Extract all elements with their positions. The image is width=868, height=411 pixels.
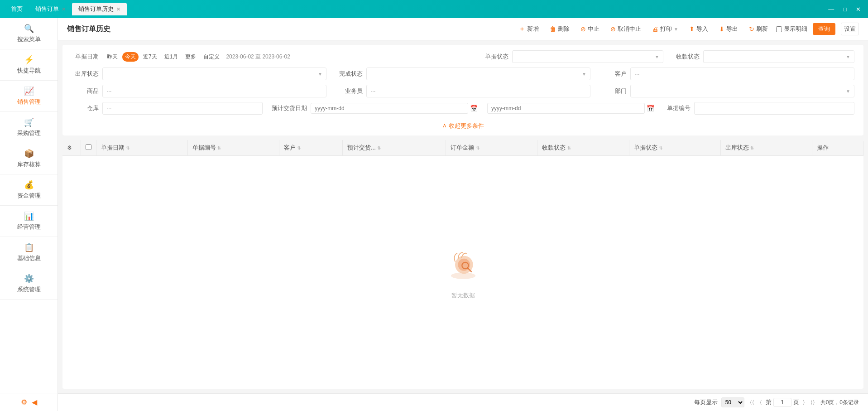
sort-customer-icon: ⇅ bbox=[297, 145, 301, 150]
print-label: 打印 bbox=[660, 25, 672, 33]
first-page-btn[interactable]: ⟨⟨ bbox=[748, 398, 756, 406]
delete-button[interactable]: 🗑 删除 bbox=[547, 23, 572, 35]
filter-bill-status: 单据状态 ▼ bbox=[481, 50, 663, 63]
sidebar-item-quick-nav[interactable]: ⚡ 快捷导航 bbox=[0, 49, 58, 81]
complete-status-control[interactable]: ▼ bbox=[366, 68, 590, 80]
next-page-btn[interactable]: ⟩ bbox=[801, 398, 807, 406]
prev-page-btn[interactable]: ⟨ bbox=[758, 398, 764, 406]
date-tab-custom[interactable]: 自定义 bbox=[201, 52, 222, 62]
sidebar-settings-icon[interactable]: ⚙ bbox=[21, 398, 27, 406]
sort-order-amount-icon: ⇅ bbox=[476, 145, 480, 150]
col-bill-number[interactable]: 单据编号 ⇅ bbox=[187, 140, 279, 156]
col-settings[interactable]: ⚙ bbox=[62, 140, 81, 156]
salesperson-control[interactable]: ··· bbox=[366, 85, 590, 97]
date-tab-yesterday[interactable]: 昨天 bbox=[104, 52, 120, 62]
select-all-checkbox[interactable] bbox=[86, 144, 91, 150]
customer-control[interactable]: ··· bbox=[630, 68, 854, 80]
export-button[interactable]: ⬇ 导出 bbox=[716, 23, 741, 35]
goods-control[interactable]: ··· bbox=[102, 85, 326, 97]
main-layout: 🔍 搜索菜单 ⚡ 快捷导航 📈 销售管理 🛒 采购管理 📦 库存核算 💰 资金管… bbox=[0, 18, 868, 411]
stop-label: 中止 bbox=[588, 25, 599, 33]
minimize-btn[interactable]: — bbox=[825, 6, 837, 13]
sidebar-item-basic-info[interactable]: 📋 基础信息 bbox=[0, 237, 58, 268]
query-button[interactable]: 查询 bbox=[813, 23, 835, 35]
tab-sales-order-label: 销售订单 bbox=[35, 5, 59, 13]
search-menu-icon: 🔍 bbox=[24, 24, 34, 34]
col-checkbox[interactable] bbox=[81, 140, 96, 156]
sidebar-item-sales-mgmt-label: 销售管理 bbox=[17, 98, 41, 106]
salesperson-label: 业务员 bbox=[336, 87, 363, 95]
filter-customer: 客户 ··· bbox=[599, 68, 854, 80]
col-out-status[interactable]: 出库状态 ⇅ bbox=[721, 140, 812, 156]
stop-icon: ⊘ bbox=[580, 25, 586, 33]
date-filter: 昨天 今天 近7天 近1月 更多 自定义 2023-06-02 至 2023-0… bbox=[102, 52, 472, 62]
complete-status-arrow-icon: ▼ bbox=[582, 72, 586, 77]
receipt-status-control[interactable]: ▼ bbox=[703, 50, 854, 63]
collapse-row[interactable]: ∧ 收起更多条件 bbox=[72, 119, 854, 130]
collapse-icon: ∧ bbox=[442, 122, 447, 130]
import-button[interactable]: ⬆ 导入 bbox=[686, 23, 711, 35]
sort-out-status-icon: ⇅ bbox=[750, 145, 754, 150]
settings-button[interactable]: 设置 bbox=[841, 23, 859, 35]
sidebar-item-basic-info-label: 基础信息 bbox=[17, 254, 41, 262]
sidebar-item-finance[interactable]: 💰 资金管理 bbox=[0, 174, 58, 206]
refresh-button[interactable]: ↻ 刷新 bbox=[746, 23, 771, 35]
display-detail-checkbox[interactable] bbox=[776, 26, 782, 32]
filter-row-3: 商品 ··· 业务员 ··· 部门 ▼ bbox=[72, 85, 854, 97]
calendar-from-icon[interactable]: 📅 bbox=[470, 105, 478, 112]
bill-number-control[interactable] bbox=[694, 102, 854, 115]
delete-icon: 🗑 bbox=[550, 25, 556, 33]
date-tab-more[interactable]: 更多 bbox=[182, 52, 199, 62]
col-expected-delivery[interactable]: 预计交货... ⇅ bbox=[342, 140, 446, 156]
new-button[interactable]: ＋ 新增 bbox=[516, 23, 542, 35]
tab-home[interactable]: 首页 bbox=[5, 3, 29, 15]
sidebar-item-operations[interactable]: 📊 经营管理 bbox=[0, 206, 58, 237]
last-page-btn[interactable]: ⟩⟩ bbox=[809, 398, 817, 406]
col-receipt-status[interactable]: 收款状态 ⇅ bbox=[537, 140, 629, 156]
sidebar-item-sales-mgmt[interactable]: 📈 销售管理 bbox=[0, 81, 58, 112]
filter-area: 单据日期 昨天 今天 近7天 近1月 更多 自定义 2023-06-02 至 2… bbox=[62, 45, 863, 135]
filter-goods: 商品 ··· bbox=[72, 85, 326, 97]
col-expected-delivery-label: 预计交货... bbox=[347, 144, 376, 151]
out-status-control[interactable]: ▼ bbox=[102, 68, 326, 80]
maximize-btn[interactable]: □ bbox=[840, 6, 849, 13]
col-bill-date[interactable]: 单据日期 ⇅ bbox=[96, 140, 187, 156]
tab-sales-order[interactable]: 销售订单 ✕ bbox=[29, 3, 72, 15]
col-order-amount[interactable]: 订单金额 ⇅ bbox=[446, 140, 537, 156]
sidebar-item-purchase-mgmt[interactable]: 🛒 采购管理 bbox=[0, 112, 58, 143]
date-tab-today[interactable]: 今天 bbox=[122, 52, 139, 62]
finance-icon: 💰 bbox=[24, 180, 34, 190]
date-tab-7days[interactable]: 近7天 bbox=[140, 52, 160, 62]
col-bill-status[interactable]: 单据状态 ⇅ bbox=[629, 140, 720, 156]
warehouse-control[interactable]: ··· bbox=[102, 102, 263, 115]
col-customer[interactable]: 客户 ⇅ bbox=[279, 140, 343, 156]
calendar-to-icon[interactable]: 📅 bbox=[647, 105, 654, 112]
tab-sales-order-close[interactable]: ✕ bbox=[62, 6, 66, 12]
expected-date-to[interactable] bbox=[487, 103, 645, 114]
sidebar-item-finance-label: 资金管理 bbox=[17, 192, 41, 200]
tab-sales-order-history-close[interactable]: ✕ bbox=[116, 6, 120, 12]
sidebar-item-system-mgmt[interactable]: ⚙️ 系统管理 bbox=[0, 268, 58, 300]
cancel-stop-button[interactable]: ⊘ 取消中止 bbox=[608, 23, 644, 35]
per-page-label: 每页显示 bbox=[694, 398, 718, 406]
print-button[interactable]: 🖨 打印 ▼ bbox=[649, 23, 681, 35]
tab-sales-order-history[interactable]: 销售订单历史 ✕ bbox=[72, 3, 127, 15]
sidebar-item-inventory[interactable]: 📦 库存核算 bbox=[0, 143, 58, 174]
print-icon: 🖨 bbox=[652, 25, 658, 33]
complete-status-label: 完成状态 bbox=[336, 70, 363, 78]
stop-button[interactable]: ⊘ 中止 bbox=[578, 23, 602, 35]
per-page-select[interactable]: 50 10 20 100 bbox=[721, 397, 744, 407]
close-btn[interactable]: ✕ bbox=[853, 6, 863, 13]
new-label: 新增 bbox=[527, 25, 539, 33]
page-number-input[interactable] bbox=[773, 398, 791, 407]
display-detail-toggle[interactable]: 显示明细 bbox=[776, 25, 807, 33]
department-control[interactable]: ▼ bbox=[630, 85, 854, 97]
sidebar-collapse-icon[interactable]: ◀ bbox=[32, 398, 37, 406]
sidebar-item-search-menu[interactable]: 🔍 搜索菜单 bbox=[0, 18, 58, 49]
filter-date: 单据日期 昨天 今天 近7天 近1月 更多 自定义 2023-06-02 至 2… bbox=[72, 52, 472, 62]
expected-date-from[interactable] bbox=[311, 103, 468, 114]
receipt-status-label: 收款状态 bbox=[672, 53, 700, 61]
date-tab-1month[interactable]: 近1月 bbox=[162, 52, 181, 62]
col-receipt-status-label: 收款状态 bbox=[542, 144, 566, 151]
bill-status-control[interactable]: ▼ bbox=[512, 50, 663, 63]
